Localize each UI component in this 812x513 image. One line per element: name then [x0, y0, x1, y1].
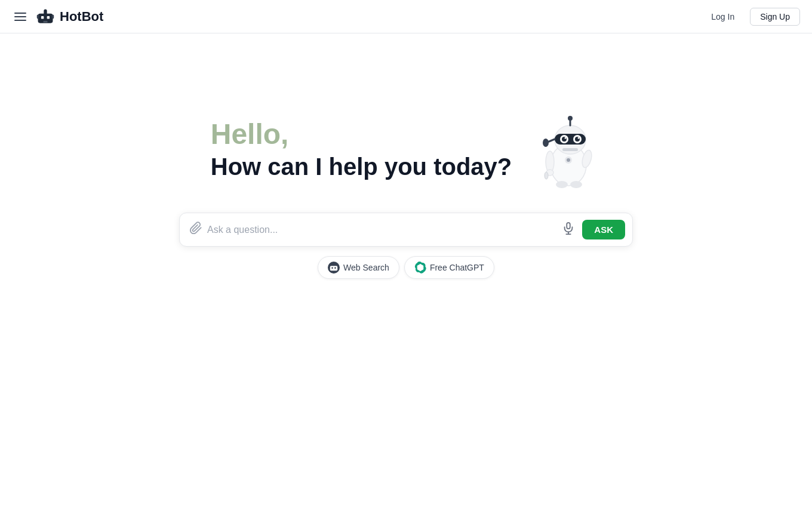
menu-button[interactable]: [12, 10, 29, 23]
main-content: Hello, How can I help you today?: [0, 33, 812, 279]
svg-rect-7: [52, 14, 54, 19]
header-left: HotBot: [12, 7, 103, 26]
svg-point-4: [44, 9, 47, 12]
svg-point-23: [567, 158, 570, 162]
svg-point-15: [565, 137, 567, 139]
svg-rect-21: [562, 148, 578, 151]
search-input[interactable]: [207, 225, 555, 235]
chatgpt-icon: [414, 262, 426, 274]
svg-point-28: [556, 181, 568, 188]
svg-rect-6: [37, 14, 39, 19]
hero-text: Hello, How can I help you today?: [211, 119, 512, 182]
search-bar: ASK: [179, 213, 633, 247]
svg-rect-35: [334, 268, 336, 269]
microphone-icon[interactable]: [559, 219, 577, 240]
svg-point-20: [543, 139, 549, 147]
free-chatgpt-button[interactable]: Free ChatGPT: [404, 256, 494, 279]
svg-point-18: [568, 116, 573, 121]
hero-section: Hello, How can I help you today?: [211, 111, 602, 189]
mode-buttons: Web Search Free ChatGPT: [318, 256, 494, 279]
robot-illustration: [524, 111, 601, 189]
svg-rect-33: [330, 266, 337, 271]
svg-point-29: [570, 181, 582, 188]
hero-hello: Hello,: [211, 119, 512, 150]
svg-rect-1: [41, 16, 44, 19]
ask-button[interactable]: ASK: [582, 220, 625, 239]
search-container: ASK: [179, 213, 633, 247]
logo-link[interactable]: HotBot: [36, 7, 103, 26]
svg-rect-30: [567, 223, 571, 229]
svg-point-16: [578, 137, 580, 139]
web-search-label: Web Search: [343, 263, 389, 272]
logo-text: HotBot: [60, 9, 103, 24]
svg-rect-5: [43, 21, 47, 23]
logo-robot-icon: [36, 7, 55, 26]
login-button[interactable]: Log In: [702, 8, 744, 25]
hero-subtitle: How can I help you today?: [211, 152, 512, 181]
free-chatgpt-label: Free ChatGPT: [430, 263, 484, 272]
header-right: Log In Sign Up: [702, 8, 800, 26]
signup-button[interactable]: Sign Up: [750, 8, 800, 26]
header: HotBot Log In Sign Up: [0, 0, 812, 33]
svg-rect-34: [332, 268, 333, 269]
attach-icon[interactable]: [189, 222, 202, 238]
web-search-icon: [328, 262, 340, 274]
web-search-button[interactable]: Web Search: [318, 256, 399, 279]
svg-point-26: [545, 172, 548, 179]
robot-mascot-icon: [524, 111, 601, 189]
svg-rect-2: [47, 16, 50, 19]
